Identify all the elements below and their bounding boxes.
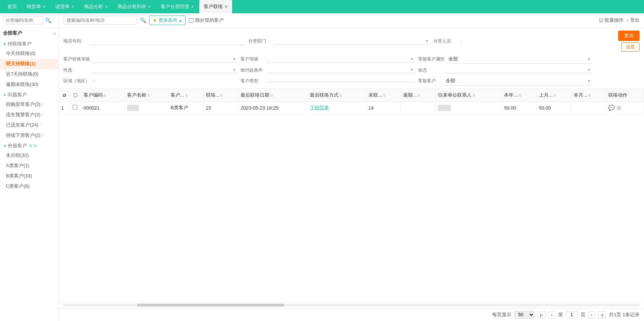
col-last-contact-date[interactable]: 最后联络日期⇅ [238, 89, 307, 102]
per-page-select[interactable]: 50 100 200 [514, 311, 535, 319]
col-contact-count[interactable]: 联络...⇅ [203, 89, 238, 102]
col-name[interactable]: 客户名称⇅ [125, 89, 168, 102]
nav-analysis[interactable]: 商品分析 ✕ [80, 0, 112, 13]
sidebar-search-input[interactable] [3, 16, 43, 24]
nav-customer-tier[interactable]: 客户分层经营 ✕ [156, 0, 199, 13]
export-button[interactable]: ↑ 导出 [627, 17, 640, 24]
nav-customer-contact[interactable]: 客户联络 ✕ [199, 0, 232, 13]
customer-type-select[interactable] [267, 80, 415, 82]
row-contact-count: 15 [203, 102, 238, 114]
sidebar-item-today[interactable]: 今天待联络(0) [0, 48, 59, 59]
customer-level-select[interactable]: ▼ [267, 56, 415, 63]
sidebar-item-7days[interactable]: 近7天待联络(0) [0, 69, 59, 79]
value-refresh-icon[interactable]: ↻ [29, 144, 32, 148]
query-actions: 查询 设置 [618, 31, 640, 52]
sidebar-item-repurchase-abnormal[interactable]: 回购异常客户(2) ? [0, 99, 59, 110]
row-check-input[interactable] [73, 105, 77, 110]
nav-sales-label: 销货单 [27, 3, 41, 10]
setting-button[interactable]: 设置 [621, 42, 640, 52]
nav-purchase[interactable]: 进货单 ✕ [51, 0, 79, 13]
row-no-contact: 14 [366, 102, 401, 114]
col-company-contact[interactable]: 往来单位联系人⇅ [435, 89, 502, 102]
col-checkbox[interactable]: ☐ [70, 89, 81, 102]
next-page-button[interactable]: › [588, 311, 595, 319]
scrollbar-thumb[interactable] [137, 304, 284, 307]
row-checkbox[interactable] [70, 102, 81, 114]
collapse-sidebar-icon[interactable]: « [53, 31, 56, 35]
qr-action-icon[interactable]: ⊞ [617, 105, 621, 111]
scatter-customer-select[interactable]: 全部 ▼ [444, 76, 592, 86]
col-last-month[interactable]: 上月...⇅ [536, 89, 571, 102]
chat-action-icon[interactable]: 💬 [608, 105, 615, 111]
manager-dots[interactable]: ··· [459, 39, 463, 44]
advanced-filter: 电话号码 分管部门 ▼ 分管人员 ··· 查询 设置 [59, 28, 644, 89]
batch-op-label: 批量操作 [605, 17, 624, 24]
nav-analysis-list[interactable]: 商品分析列表 ✕ [113, 0, 155, 13]
top-nav: 首页 销货单 ✕ 进货单 ✕ 商品分析 ✕ 商品分析列表 ✕ 客户分层经营 ✕ … [0, 0, 644, 13]
col-this-month[interactable]: 本月...⇅ [571, 89, 606, 102]
payment-terms-label: 收付款条件 [241, 67, 265, 73]
sidebar-item-overdue[interactable]: 逾期未联络(30) [0, 79, 59, 90]
sidebar-item-declining[interactable]: 持续下滑客户(2) ? [0, 130, 59, 141]
page-suffix: 页 [581, 311, 585, 318]
per-page-label: 每页显示 [492, 311, 511, 318]
query-button[interactable]: 查询 [618, 31, 640, 41]
my-customers-checkbox-label[interactable]: 我分管的客户 [189, 17, 224, 24]
sidebar-item-class-c[interactable]: C类客户(6) [0, 181, 59, 191]
customer-level-label: 客户等级 [241, 56, 265, 62]
nav-home[interactable]: 首页 [3, 0, 21, 13]
sidebar-item-ungrouped[interactable]: 未分组(32) [0, 150, 59, 160]
region-dots[interactable]: ··· [92, 79, 96, 84]
col-last-contact-method[interactable]: 最后联络方式⇅ [307, 89, 366, 102]
close-purchase-icon[interactable]: ✕ [71, 4, 74, 9]
sidebar-item-churned[interactable]: 已流失客户(24) ? [0, 120, 59, 130]
more-conditions-button[interactable]: ▼ 更多条件 ▲ [149, 15, 186, 25]
status-select[interactable]: ▼ [444, 67, 592, 73]
batch-op-button[interactable]: ☑ 批量操作 [599, 17, 624, 24]
sidebar-item-churn-warning[interactable]: 流失预警客户(3) ? [0, 110, 59, 120]
last-contact-link[interactable]: 下销货单 [310, 105, 329, 110]
horizontal-scrollbar[interactable] [63, 304, 640, 307]
sidebar-item-class-b[interactable]: B类客户(33) [0, 171, 59, 181]
close-sales-icon[interactable]: ✕ [42, 4, 46, 9]
col-no-contact[interactable]: 未联...⇅ [366, 89, 401, 102]
filter-search-input[interactable] [63, 16, 137, 25]
col-settings[interactable]: ⚙ [59, 89, 70, 102]
close-customer-tier-icon[interactable]: ✕ [191, 4, 194, 9]
nature-select[interactable]: ▼ [90, 67, 238, 73]
col-category[interactable]: 客户...⇅ [168, 89, 203, 102]
row-name[interactable]: Ea [125, 102, 168, 114]
help-declining-icon[interactable]: ? [41, 133, 43, 138]
payment-terms-select[interactable]: ▼ [267, 67, 415, 73]
value-edit-icon[interactable]: ✎ [34, 144, 37, 148]
prev-page-button[interactable]: ‹ [549, 311, 555, 319]
nav-analysis-label: 商品分析 [84, 3, 103, 10]
my-customers-checkbox[interactable] [189, 18, 193, 23]
last-page-button[interactable]: ›| [598, 311, 606, 319]
scatter-attr-select[interactable]: 全部 ▼ [447, 55, 592, 64]
help-churn-warning-icon[interactable]: ? [41, 113, 43, 117]
sidebar-item-tomorrow[interactable]: 明天待联络(1) [0, 59, 59, 69]
filter-search-button[interactable]: 🔍 [140, 17, 146, 23]
payment-terms-chevron-icon: ▼ [410, 68, 414, 72]
adv-filter-row-3: 性质 ▼ 收付款条件 ▼ 状态 [63, 67, 640, 73]
sidebar-search-button[interactable]: 🔍 [45, 17, 51, 23]
col-code[interactable]: 客户编码⇅ [81, 89, 125, 102]
sidebar-item-class-a[interactable]: A类客户(1) [0, 160, 59, 171]
col-overdue[interactable]: 逾期...⇅ [401, 89, 435, 102]
nav-sales[interactable]: 销货单 ✕ [22, 0, 50, 13]
close-analysis-list-icon[interactable]: ✕ [148, 4, 151, 9]
row-last-contact-method[interactable]: 下销货单 [307, 102, 366, 114]
help-repurchase-icon[interactable]: ? [41, 102, 43, 107]
dept-select[interactable]: ▼ [274, 38, 430, 45]
price-level-select[interactable]: ▼ [92, 56, 238, 63]
help-churned-icon[interactable]: ? [39, 123, 41, 127]
phone-input[interactable] [90, 37, 245, 45]
close-customer-contact-icon[interactable]: ✕ [224, 4, 228, 9]
all-customers-header[interactable]: 全部客户 « [0, 28, 59, 39]
close-analysis-icon[interactable]: ✕ [105, 4, 108, 9]
first-page-button[interactable]: |‹ [538, 311, 546, 319]
export-icon: ↑ [627, 18, 629, 23]
col-year-amount[interactable]: 本年...⇅ [502, 89, 536, 102]
page-input[interactable] [566, 311, 578, 318]
